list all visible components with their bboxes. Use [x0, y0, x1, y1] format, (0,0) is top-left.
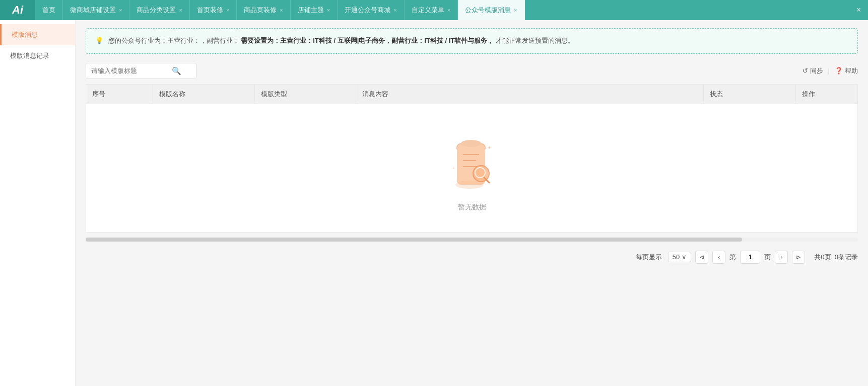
help-button[interactable]: ❓ 帮助 — [835, 66, 858, 75]
chevron-down-icon: ∨ — [682, 253, 687, 261]
table-body: ✦ ✦ 暂无数据 — [86, 104, 858, 232]
last-page-button[interactable]: ⊳ — [792, 251, 805, 264]
top-nav: Ai 首页微商城店铺设置×商品分类设置×首页装修×商品页装修×店铺主题×开通公众… — [0, 0, 868, 20]
close-all-button[interactable]: × — [849, 6, 868, 15]
nav-tab-shop-theme[interactable]: 店铺主题× — [291, 0, 338, 20]
nav-tabs: 首页微商城店铺设置×商品分类设置×首页装修×商品页装修×店铺主题×开通公众号商城… — [35, 0, 849, 20]
search-icon[interactable]: 🔍 — [172, 66, 181, 75]
scrollbar-thumb[interactable] — [86, 238, 742, 242]
toolbar: 🔍 ↺ 同步 | ❓ 帮助 — [86, 63, 858, 79]
first-page-button[interactable]: ⊲ — [695, 251, 708, 264]
page-number-input[interactable] — [740, 251, 760, 264]
empty-illustration: ✦ ✦ — [442, 134, 502, 195]
page-size-value: 50 — [673, 253, 680, 261]
sidebar-item-template-msg-record[interactable]: 模版消息记录 — [0, 45, 75, 66]
svg-text:✦: ✦ — [452, 166, 455, 171]
nav-tab-home[interactable]: 首页 — [35, 0, 63, 20]
close-tab-wechat-shop[interactable]: × — [119, 7, 122, 13]
notice-highlight: 需要设置为：主营行业：IT科技 / 互联网|电子商务，副营行业：IT科技 / I… — [241, 37, 494, 44]
next-page-button[interactable]: › — [775, 251, 788, 264]
notice-icon: 💡 — [95, 37, 103, 44]
sync-label: 同步 — [810, 66, 823, 75]
logo: Ai — [0, 0, 35, 20]
divider: | — [828, 67, 830, 74]
toolbar-right: ↺ 同步 | ❓ 帮助 — [803, 66, 858, 75]
col-name: 模版名称 — [153, 84, 254, 104]
table-header: 序号模版名称模版类型消息内容状态操作 — [86, 84, 858, 104]
empty-state: ✦ ✦ 暂无数据 — [86, 104, 857, 232]
close-tab-open-mall[interactable]: × — [393, 7, 396, 13]
close-tab-template-msg[interactable]: × — [514, 7, 517, 13]
main-layout: 模版消息模版消息记录 💡 您的公众号行业为：主营行业：，副营行业： 需要设置为：… — [0, 20, 868, 386]
col-index: 序号 — [86, 84, 153, 104]
nav-tab-product-category[interactable]: 商品分类设置× — [129, 0, 189, 20]
nav-tab-product-decor[interactable]: 商品页装修× — [237, 0, 290, 20]
content-area: 💡 您的公众号行业为：主营行业：，副营行业： 需要设置为：主营行业：IT科技 /… — [76, 20, 868, 386]
col-status: 状态 — [703, 84, 796, 104]
empty-text: 暂无数据 — [458, 203, 486, 212]
pagination: 每页显示 50 ∨ ⊲ ‹ 第 页 › ⊳ 共0页, 0条记录 — [86, 247, 858, 268]
nav-tab-template-msg[interactable]: 公众号模版消息× — [458, 0, 524, 20]
table-scrollbar[interactable] — [86, 238, 858, 242]
table-header-row: 序号模版名称模版类型消息内容状态操作 — [86, 84, 858, 104]
close-tab-product-decor[interactable]: × — [280, 7, 283, 13]
page-suffix: 页 — [764, 253, 771, 262]
sidebar: 模版消息模版消息记录 — [0, 20, 76, 386]
col-action: 操作 — [796, 84, 858, 104]
notice-banner: 💡 您的公众号行业为：主营行业：，副营行业： 需要设置为：主营行业：IT科技 /… — [86, 28, 858, 54]
empty-row: ✦ ✦ 暂无数据 — [86, 104, 858, 232]
nav-tab-wechat-shop[interactable]: 微商城店铺设置× — [63, 0, 129, 20]
close-tab-product-category[interactable]: × — [179, 7, 182, 13]
search-box[interactable]: 🔍 — [86, 63, 196, 79]
sidebar-item-template-msg[interactable]: 模版消息 — [0, 24, 75, 45]
page-prefix: 第 — [729, 253, 736, 262]
nav-tab-custom-menu[interactable]: 自定义菜单× — [405, 0, 458, 20]
page-size-label: 每页显示 — [636, 253, 662, 262]
col-type: 模版类型 — [254, 84, 356, 104]
page-size-select[interactable]: 50 ∨ — [668, 252, 691, 262]
help-label: 帮助 — [845, 66, 858, 75]
notice-suffix: 才能正常发送预置的消息。 — [496, 37, 574, 44]
help-icon: ❓ — [835, 67, 843, 74]
data-table: 序号模版名称模版类型消息内容状态操作 — [86, 84, 858, 233]
prev-page-button[interactable]: ‹ — [712, 251, 725, 264]
close-tab-home-decor[interactable]: × — [226, 7, 229, 13]
search-input[interactable] — [91, 67, 172, 74]
close-tab-shop-theme[interactable]: × — [327, 7, 330, 13]
svg-point-1 — [461, 140, 481, 147]
col-content: 消息内容 — [356, 84, 703, 104]
sync-button[interactable]: ↺ 同步 — [803, 66, 823, 75]
total-info: 共0页, 0条记录 — [814, 253, 858, 262]
nav-tab-home-decor[interactable]: 首页装修× — [190, 0, 237, 20]
nav-tab-open-mall[interactable]: 开通公众号商城× — [338, 0, 404, 20]
svg-text:✦: ✦ — [487, 145, 491, 150]
sync-icon: ↺ — [803, 67, 808, 74]
close-tab-custom-menu[interactable]: × — [447, 7, 450, 13]
notice-prefix: 您的公众号行业为：主营行业：，副营行业： — [108, 37, 239, 44]
